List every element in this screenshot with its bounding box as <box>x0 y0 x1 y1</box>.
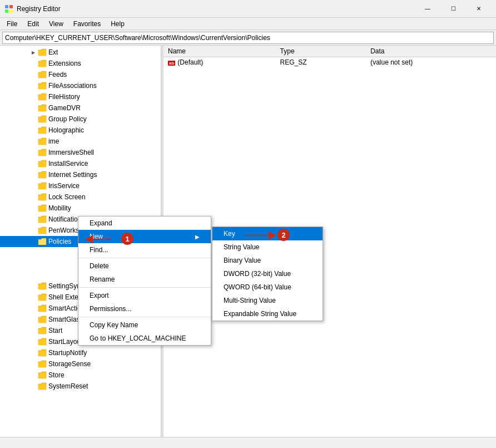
tree-item[interactable]: Feeds <box>0 69 161 80</box>
ctx-sep-1 <box>78 258 211 258</box>
menu-bar: File Edit View Favorites Help <box>0 18 496 30</box>
folder-icon <box>38 227 47 234</box>
tree-item[interactable]: Group Policy <box>0 114 161 125</box>
row-data: (value not set) <box>366 57 496 68</box>
ctx-delete[interactable]: Delete <box>78 259 211 273</box>
tree-item-label: FileHistory <box>48 93 80 101</box>
menu-help[interactable]: Help <box>106 19 129 29</box>
folder-icon <box>38 60 47 67</box>
folder-icon <box>38 71 47 78</box>
folder-icon <box>38 338 47 346</box>
tree-item-label: Start <box>48 327 62 334</box>
title-bar-left: Registry Editor <box>4 4 61 13</box>
folder-icon <box>38 304 47 312</box>
folder-icon <box>38 204 47 212</box>
svg-rect-0 <box>5 5 8 8</box>
col-name: Name <box>163 46 276 57</box>
folder-icon <box>38 371 47 379</box>
tree-item-label: Lock Screen <box>48 193 86 201</box>
close-button[interactable]: ✕ <box>466 0 492 18</box>
tree-item-label: StorageSense <box>48 360 91 368</box>
ctx-permissions[interactable]: Permissions... <box>78 302 211 316</box>
col-type: Type <box>276 46 366 57</box>
maximize-button[interactable]: ☐ <box>440 0 466 18</box>
ctx-find[interactable]: Find... <box>78 243 211 257</box>
tree-item[interactable]: ime <box>0 136 161 147</box>
ctx-new[interactable]: New ▶ <box>78 230 211 243</box>
folder-icon <box>38 316 47 323</box>
folder-icon <box>38 238 47 245</box>
tree-item[interactable]: StorageSense <box>0 358 161 370</box>
folder-icon <box>38 126 47 134</box>
window-controls: — ☐ ✕ <box>415 0 492 18</box>
folder-icon <box>38 82 47 90</box>
folder-icon <box>38 193 47 201</box>
sub-dword-value[interactable]: DWORD (32-bit) Value <box>212 267 323 280</box>
sub-string-value[interactable]: String Value <box>212 240 323 254</box>
folder-icon <box>38 360 47 368</box>
tree-item[interactable]: Internet Settings <box>0 169 161 180</box>
tree-item-label: InstallService <box>48 160 88 168</box>
tree-item[interactable]: Mobility <box>0 203 161 214</box>
folder-icon <box>38 327 47 334</box>
tree-item[interactable]: StartupNotify <box>0 347 161 358</box>
folder-icon <box>38 137 47 145</box>
folder-icon <box>38 48 47 56</box>
minimize-button[interactable]: — <box>415 0 440 18</box>
menu-view[interactable]: View <box>44 19 68 29</box>
tree-item-label: Holographic <box>48 126 84 134</box>
tree-item-label: FileAssociations <box>48 82 97 90</box>
sub-binary-value[interactable]: Binary Value <box>212 254 323 267</box>
tree-item-label: Policies <box>48 238 71 245</box>
status-bar <box>0 437 496 448</box>
menu-favorites[interactable]: Favorites <box>69 19 105 29</box>
tree-item-label: IrisService <box>48 182 80 190</box>
sub-expandable-value[interactable]: Expandable String Value <box>212 307 323 321</box>
address-input[interactable] <box>2 32 494 44</box>
tree-item-label: StartupNotify <box>48 349 87 357</box>
ctx-goto[interactable]: Go to HKEY_LOCAL_MACHINE <box>78 332 211 345</box>
tree-item-label: Feeds <box>48 71 67 78</box>
tree-item[interactable]: FileAssociations <box>0 80 161 91</box>
tree-item-label: SystemReset <box>48 382 88 390</box>
tree-item[interactable]: Store <box>0 370 161 381</box>
folder-icon <box>38 149 47 156</box>
menu-file[interactable]: File <box>2 19 22 29</box>
tree-item[interactable]: Extensions <box>0 58 161 69</box>
folder-icon <box>38 93 47 101</box>
tree-item[interactable]: FileHistory <box>0 91 161 102</box>
tree-item[interactable]: GameDVR <box>0 102 161 114</box>
sub-qword-value[interactable]: QWORD (64-bit) Value <box>212 280 323 294</box>
ctx-rename[interactable]: Rename <box>78 273 211 286</box>
tree-arrow-icon: ▶ <box>29 50 38 55</box>
context-menu: Expand New ▶ Find... Delete Rename Expor… <box>78 216 211 346</box>
svg-rect-1 <box>9 5 13 8</box>
tree-item-label: Ext <box>48 48 58 56</box>
ctx-sep-3 <box>78 317 211 317</box>
row-type: REG_SZ <box>276 57 366 68</box>
tree-item[interactable]: Holographic <box>0 125 161 136</box>
folder-icon <box>38 115 47 123</box>
tree-item[interactable]: SystemReset <box>0 381 161 392</box>
tree-item[interactable]: ▶ Ext <box>0 47 161 58</box>
ctx-copy-key[interactable]: Copy Key Name <box>78 318 211 332</box>
tree-item-label: ime <box>48 137 59 145</box>
tree-item-label: GameDVR <box>48 104 81 112</box>
svg-rect-2 <box>5 9 8 13</box>
tree-item[interactable]: IrisService <box>0 180 161 191</box>
tree-item[interactable]: ImmersiveShell <box>0 147 161 158</box>
folder-icon <box>38 182 47 190</box>
folder-icon <box>38 215 47 223</box>
ctx-export[interactable]: Export <box>78 289 211 302</box>
menu-edit[interactable]: Edit <box>23 19 43 29</box>
window-title: Registry Editor <box>17 5 61 13</box>
tree-item-label: Mobility <box>48 204 71 212</box>
tree-item[interactable]: Lock Screen <box>0 191 161 203</box>
sub-key[interactable]: Key <box>212 227 323 240</box>
sub-multistring-value[interactable]: Multi-String Value <box>212 294 323 307</box>
ctx-expand[interactable]: Expand <box>78 216 211 230</box>
table-row[interactable]: ab(Default)REG_SZ(value not set) <box>163 57 496 68</box>
tree-item[interactable]: InstallService <box>0 158 161 169</box>
folder-icon <box>38 104 47 112</box>
tree-item-label: ImmersiveShell <box>48 149 94 156</box>
